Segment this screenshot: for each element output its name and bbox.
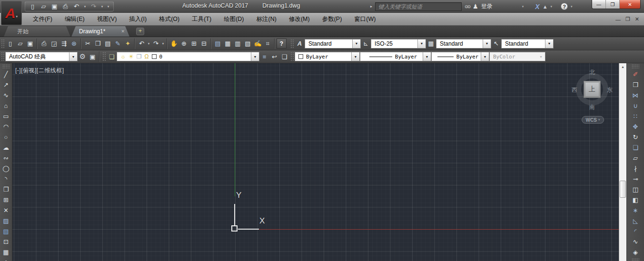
dropdown-caret-icon[interactable]: ▼ (69, 52, 77, 61)
save-icon[interactable]: ▣ (25, 39, 35, 48)
join-icon[interactable]: ∗ (631, 205, 641, 215)
sheet-set-manager-icon[interactable]: ▧ (243, 39, 253, 48)
help-toolbar-button[interactable]: ? (277, 39, 287, 48)
mirror-icon[interactable]: ⋈ (631, 90, 641, 100)
search-binoculars-icon[interactable]: ⊙⊙ (465, 4, 470, 9)
layer-lock-icon[interactable]: Ω (145, 53, 149, 60)
spline-icon[interactable]: ∾ (1, 153, 11, 163)
circle-icon[interactable]: ○ (1, 132, 11, 142)
layer-previous-icon[interactable]: ↩ (269, 52, 279, 62)
revision-cloud-icon[interactable]: ☁ (1, 142, 11, 153)
cut-icon[interactable]: ✂ (83, 39, 93, 48)
zoom-window-icon[interactable]: ⊞ (189, 39, 199, 48)
drawing-canvas[interactable]: [-][俯视][二维线框] Y X 上 北 南 西 东 WCS ▾ (12, 63, 619, 261)
a360-icon[interactable]: ▲ (543, 4, 548, 10)
line-icon[interactable]: ╱ (1, 69, 11, 79)
text-style-select[interactable]: Standard ▼ (305, 39, 361, 48)
scrollbar-thumb[interactable] (620, 181, 626, 198)
layer-select[interactable]: ☼ ☀ ❐ Ω 0 ▼ (117, 52, 259, 61)
table-style-icon[interactable]: ▦ (426, 39, 436, 48)
text-style-icon[interactable]: A (295, 39, 305, 48)
menu-view[interactable]: 视图(V) (91, 13, 123, 25)
restore-button[interactable]: ❐ (606, 0, 620, 9)
paste-icon[interactable]: ▤ (103, 39, 113, 48)
stretch-icon[interactable]: ▱ (631, 153, 641, 163)
block-editor-icon[interactable]: ✦ (123, 39, 133, 48)
a360-caret-icon[interactable]: ▾ (551, 5, 553, 9)
dropdown-caret-icon[interactable]: ▼ (351, 52, 359, 61)
polyline-icon[interactable]: ∿ (1, 90, 11, 100)
polygon-icon[interactable]: ⌂ (1, 100, 11, 111)
doc-restore-button[interactable]: ❐ (625, 16, 630, 22)
extend-icon[interactable]: ⊸ (631, 174, 641, 184)
application-menu-button[interactable]: A ▾ (1, 1, 22, 25)
insert-block-icon[interactable]: ❐ (1, 184, 11, 194)
break-icon[interactable]: ◧ (631, 194, 641, 205)
break-at-point-icon[interactable]: ◫ (631, 184, 641, 194)
menu-tools[interactable]: 工具(T) (186, 13, 218, 25)
dropdown-caret-icon[interactable]: ▼ (481, 52, 489, 61)
toolbar-grip[interactable] (290, 52, 294, 61)
3d-dwf-icon[interactable]: ⊛ (69, 39, 79, 48)
redo-caret-icon[interactable]: ▾ (100, 1, 104, 11)
viewcube-east-label[interactable]: 东 (607, 86, 613, 94)
blend-curves-icon[interactable]: ∿ (631, 236, 641, 247)
toolbar-grip[interactable] (102, 52, 106, 61)
ellipse-arc-icon[interactable]: ◝ (1, 174, 11, 184)
new-icon[interactable]: ▯ (5, 39, 15, 48)
arc-icon[interactable]: ◠ (1, 121, 11, 132)
markup-icon[interactable]: ✍ (253, 39, 263, 48)
dropdown-caret-icon[interactable]: ▼ (352, 39, 360, 48)
hatch-icon[interactable]: ▨ (1, 215, 11, 226)
toolbar-grip[interactable] (632, 64, 639, 68)
point-icon[interactable]: ✕ (1, 205, 11, 215)
menu-format[interactable]: 格式(O) (153, 13, 186, 25)
layer-color-swatch[interactable] (152, 54, 157, 59)
zoom-realtime-icon[interactable]: ⊕ (179, 39, 189, 48)
search-input[interactable] (375, 2, 462, 11)
array-icon[interactable]: ∷ (631, 111, 641, 121)
trim-icon[interactable]: ∤ (631, 163, 641, 174)
match-properties-icon[interactable]: ✎ (113, 39, 123, 48)
doc-close-button[interactable]: ✕ (635, 16, 639, 22)
menu-edit[interactable]: 编辑(E) (59, 13, 91, 25)
toolbar-grip[interactable] (632, 258, 639, 261)
menu-draw[interactable]: 绘图(D) (218, 13, 250, 25)
explode-icon[interactable]: ◈ (631, 247, 641, 257)
undo-caret-icon[interactable]: ▾ (83, 1, 87, 11)
layers-stack-icon[interactable]: ≡ (259, 52, 269, 62)
dropdown-caret-icon[interactable]: ▼ (251, 52, 259, 61)
toolbar-grip[interactable] (290, 39, 294, 48)
redo-caret-icon[interactable]: ▾ (161, 39, 165, 48)
copy-icon[interactable]: ❒ (631, 79, 641, 90)
offset-icon[interactable]: ∪ (631, 100, 641, 111)
properties-icon[interactable]: ▤ (213, 39, 223, 48)
pan-icon[interactable]: ✋ (169, 39, 179, 48)
gradient-icon[interactable]: ▧ (1, 226, 11, 236)
layer-freeze-sun-icon[interactable]: ☀ (129, 53, 134, 60)
workspace-select[interactable]: AutoCAD 经典 ▼ (5, 52, 78, 61)
menu-parametric[interactable]: 参数(P) (316, 13, 348, 25)
sign-in-caret-icon[interactable]: ▾ (522, 5, 524, 9)
sign-in-button[interactable]: 登录 (481, 2, 493, 10)
object-color-select[interactable]: ByLayer ▼ (295, 52, 360, 61)
menu-window[interactable]: 窗口(W) (348, 13, 382, 25)
table-icon[interactable]: ▦ (1, 247, 11, 257)
scroll-up-icon[interactable]: ▲ (619, 63, 626, 70)
viewcube-top-face[interactable]: 上 (584, 81, 601, 98)
menu-modify[interactable]: 修改(M) (283, 13, 316, 25)
tab-start[interactable]: 开始 (4, 26, 70, 37)
region-icon[interactable]: ⊡ (1, 236, 11, 247)
qat-overflow-icon[interactable]: ▾ (106, 1, 110, 11)
layer-vp-freeze-icon[interactable]: ❐ (137, 53, 142, 60)
viewcube-west-label[interactable]: 西 (572, 86, 577, 94)
move-icon[interactable]: ✥ (631, 121, 641, 132)
toolbar-grip[interactable] (2, 64, 10, 68)
toolbar-grip[interactable] (1, 39, 4, 48)
linetype-select[interactable]: ByLayer ▼ (360, 52, 431, 61)
menu-dimension[interactable]: 标注(N) (250, 13, 283, 25)
tab-close-icon[interactable]: ✕ (121, 29, 125, 34)
help-caret-icon[interactable]: ▾ (571, 5, 573, 9)
new-tab-button[interactable]: + (136, 28, 144, 35)
new-icon[interactable]: ▯ (28, 1, 37, 11)
